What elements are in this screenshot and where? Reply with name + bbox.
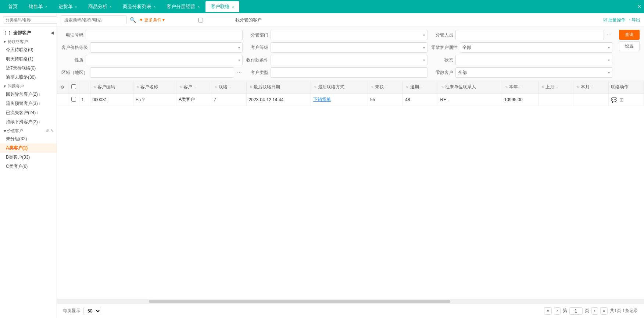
- sidebar-item-class-b[interactable]: B类客户(33): [0, 153, 57, 162]
- nav-customer-tier-close[interactable]: ×: [197, 5, 200, 9]
- my-customer-check[interactable]: [168, 18, 234, 22]
- sidebar-item-abnormal[interactable]: 回购异常客户(2) ℹ: [0, 90, 57, 99]
- my-customer-checkbox[interactable]: 我分管的客户: [168, 17, 262, 23]
- nav-customer-contact[interactable]: 客户联络 ×: [205, 1, 239, 12]
- filter-cell-payment: 收付款条件 ▾: [246, 55, 431, 65]
- nav-home[interactable]: 首页: [3, 1, 23, 12]
- sidebar-collapse-icon[interactable]: ◀: [51, 31, 54, 35]
- problem-customer-section: ▼ 问题客户: [0, 82, 57, 90]
- nav-sales[interactable]: 销售单 ×: [24, 1, 53, 12]
- batch-op-icon: ☑: [603, 17, 607, 22]
- search-button[interactable]: 🔍: [130, 17, 136, 23]
- scrollbar-thumb[interactable]: [149, 300, 450, 303]
- nav-product-list[interactable]: 商品分析列表 ×: [118, 1, 161, 12]
- nav-customer-contact-close[interactable]: ×: [232, 5, 234, 9]
- row-checkbox[interactable]: [68, 93, 79, 106]
- col-seq: [79, 81, 90, 93]
- sidebar-search-input[interactable]: [3, 16, 59, 24]
- more-filter-button[interactable]: ▼ 更多条件 ▾: [139, 17, 165, 23]
- nature-select[interactable]: ▾: [86, 55, 243, 65]
- value-section-icons: ↺ ✎: [46, 128, 54, 133]
- col-last-month[interactable]: ⇅ 上月...: [539, 81, 573, 93]
- col-customer-code[interactable]: ⇅ 客户编码: [90, 81, 133, 93]
- sidebar-item-churn-warning[interactable]: 流失预警客户(3) ℹ: [0, 99, 57, 108]
- status-select[interactable]: ▾: [455, 55, 612, 65]
- sidebar-item-tomorrow[interactable]: 明天待联络(1): [0, 54, 57, 64]
- col-no-contact[interactable]: ⇅ 未联...: [368, 81, 403, 93]
- customer-type-input[interactable]: [271, 67, 427, 78]
- payment-select[interactable]: ▾: [271, 55, 427, 65]
- edit-icon[interactable]: ✎: [50, 128, 54, 133]
- col-settings[interactable]: ⚙: [57, 81, 68, 93]
- retail-select[interactable]: 全部 ▾: [455, 67, 612, 78]
- col-contact[interactable]: ⇅ 联络...: [211, 81, 246, 93]
- nav-purchase[interactable]: 进货单 ×: [53, 1, 82, 12]
- row-checkbox-input[interactable]: [71, 97, 76, 102]
- region-dots-button[interactable]: ···: [236, 69, 243, 76]
- settings-button[interactable]: 设置: [619, 41, 640, 51]
- col-last-contact-date[interactable]: ⇅ 最后联络日期: [246, 81, 311, 93]
- price-tier-select[interactable]: ▾: [90, 42, 243, 53]
- sidebar-item-churned[interactable]: 已流失客户(24) ℹ: [0, 108, 57, 117]
- batch-operation-button[interactable]: ☑ 批量操作: [603, 17, 626, 23]
- prev-page-button[interactable]: ‹: [554, 307, 561, 315]
- payment-dropdown-icon: ▾: [423, 58, 425, 62]
- nav-purchase-close[interactable]: ×: [75, 5, 77, 9]
- row-settings: [57, 93, 68, 106]
- all-customers-header[interactable]: ⋮⋮ 全部客户 ◀: [0, 28, 57, 38]
- nav-sales-close[interactable]: ×: [45, 5, 47, 9]
- window-close-button[interactable]: ×: [638, 3, 641, 10]
- export-button[interactable]: ↑ 导出: [629, 17, 640, 23]
- pending-arrow-icon: ▼: [3, 40, 7, 44]
- sidebar-item-7days[interactable]: 近7天待联络(0): [0, 64, 57, 73]
- col-this-month[interactable]: ⇅ 本月...: [573, 81, 608, 93]
- first-page-button[interactable]: «: [544, 307, 552, 315]
- per-page-select[interactable]: 50: [83, 307, 101, 315]
- refresh-icon[interactable]: ↺: [46, 128, 49, 133]
- sidebar-item-ungrouped[interactable]: 未分组(32): [0, 134, 57, 144]
- select-all-checkbox[interactable]: [71, 84, 76, 89]
- row-customer-type: A类客户: [176, 93, 211, 106]
- grid-action-icon[interactable]: ⊞: [619, 97, 624, 103]
- sidebar-item-class-a[interactable]: A类客户(1): [0, 144, 57, 153]
- col-type-sort-icon: ⇅: [179, 85, 182, 89]
- col-this-year[interactable]: ⇅ 本年...: [502, 81, 539, 93]
- region-input[interactable]: [90, 67, 234, 78]
- sidebar-item-overdue[interactable]: 逾期未联络(30): [0, 73, 57, 82]
- pending-contact-section: ▼ 待联络客户: [0, 38, 57, 45]
- horizontal-scrollbar[interactable]: [57, 299, 644, 303]
- next-page-button[interactable]: ›: [591, 307, 598, 315]
- chat-action-icon[interactable]: 💬: [611, 97, 617, 103]
- col-overdue[interactable]: ⇅ 逾期...: [403, 81, 438, 93]
- manager-input[interactable]: [455, 30, 604, 40]
- row-customer-name[interactable]: Ea ?: [133, 93, 176, 106]
- query-button[interactable]: 查询: [619, 30, 640, 40]
- nav-product-analysis-close[interactable]: ×: [110, 5, 112, 9]
- dept-select[interactable]: ▾: [271, 30, 427, 40]
- table-body: 1 000031 Ea ? A类客户 7 2023-04-12 14:44: 下…: [57, 93, 644, 106]
- nav-product-list-close[interactable]: ×: [154, 5, 156, 9]
- customer-tier-label: 客户等级: [246, 45, 268, 51]
- row-last-contact-method[interactable]: 下销货单: [311, 93, 368, 106]
- col-unit-sort-icon: ⇅: [441, 85, 444, 89]
- sidebar-item-today[interactable]: 今天待联络(0): [0, 45, 57, 54]
- retail-attr-select[interactable]: 全部 ▾: [460, 42, 612, 53]
- col-customer-type[interactable]: ⇅ 客户...: [176, 81, 211, 93]
- nav-customer-tier[interactable]: 客户分层经营 ×: [161, 1, 205, 12]
- row-unit-contact: RE .: [438, 93, 502, 106]
- page-number-input[interactable]: [569, 307, 583, 315]
- nav-product-analysis[interactable]: 商品分析 ×: [83, 1, 117, 12]
- col-customer-name[interactable]: ⇅ 客户名称: [133, 81, 176, 93]
- search-input[interactable]: [61, 15, 127, 24]
- table-settings-icon[interactable]: ⚙: [60, 85, 64, 90]
- last-page-button[interactable]: »: [600, 307, 608, 315]
- col-last-contact-method[interactable]: ⇅ 最后联络方式: [311, 81, 368, 93]
- top-navigation: 首页 销售单 × 进货单 × 商品分析 × 商品分析列表 × 客户分层经营 × …: [0, 0, 644, 13]
- phone-input[interactable]: [86, 30, 243, 40]
- sidebar-item-declining[interactable]: 持续下滑客户(2) ℹ: [0, 117, 57, 127]
- col-unit-contact[interactable]: ⇅ 往来单位联系人: [438, 81, 502, 93]
- col-checkbox[interactable]: [68, 81, 79, 93]
- manager-dots-button[interactable]: ···: [606, 32, 612, 38]
- customer-tier-select[interactable]: ▾: [271, 42, 427, 53]
- sidebar-item-class-c[interactable]: C类客户(6): [0, 162, 57, 171]
